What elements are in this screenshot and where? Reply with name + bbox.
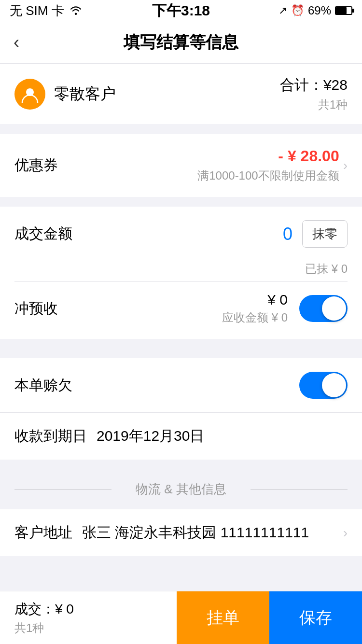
nav-bar: ‹ 填写结算等信息 — [0, 21, 362, 64]
bottom-summary: 成交：¥ 0 共1种 — [0, 600, 177, 636]
bottom-transaction: 成交：¥ 0 — [14, 600, 162, 618]
transaction-row: 成交金额 0 抹零 — [14, 207, 348, 261]
due-date-label: 收款到期日 — [14, 426, 87, 446]
coupon-label: 优惠券 — [14, 155, 58, 175]
customer-name: 零散客户 — [54, 84, 116, 105]
hold-button[interactable]: 挂单 — [177, 591, 269, 644]
transaction-label: 成交金额 — [14, 224, 72, 244]
transaction-section: 成交金额 0 抹零 已抹 ¥ 0 冲预收 ¥ 0 应收金额 ¥ 0 — [0, 207, 362, 339]
address-chevron-icon: › — [343, 525, 348, 541]
customer-right: 合计：¥28 共1种 — [280, 75, 348, 112]
coupon-desc: 满1000-100不限制使用金额 — [197, 168, 339, 183]
due-date-section: 收款到期日 2019年12月30日 — [0, 412, 362, 460]
customer-avatar — [14, 79, 45, 110]
due-date-row: 收款到期日 2019年12月30日 — [14, 426, 348, 446]
customer-total: 合计：¥28 — [280, 75, 348, 95]
debt-toggle[interactable] — [299, 372, 348, 399]
prepayment-value: ¥ 0 — [222, 292, 288, 308]
due-date-value: 2019年12月30日 — [97, 426, 204, 446]
section-divider-2 — [0, 197, 362, 207]
prepayment-row: 冲预收 ¥ 0 应收金额 ¥ 0 — [14, 282, 348, 339]
alarm-icon: ⏰ — [291, 4, 304, 17]
coupon-detail: - ¥ 28.00 满1000-100不限制使用金额 — [197, 147, 339, 183]
prepayment-right: ¥ 0 应收金额 ¥ 0 — [222, 292, 348, 325]
save-button-label: 保存 — [299, 607, 332, 629]
save-button[interactable]: 保存 — [269, 591, 362, 644]
carrier-label: 无 SIM 卡 — [10, 2, 64, 19]
section-divider-3 — [0, 339, 362, 349]
coupon-section[interactable]: 优惠券 - ¥ 28.00 满1000-100不限制使用金额 › — [0, 134, 362, 197]
round-off-button[interactable]: 抹零 — [302, 220, 348, 248]
prepayment-toggle[interactable] — [299, 295, 348, 322]
section-divider-1 — [0, 124, 362, 134]
prepayment-sub: 应收金额 ¥ 0 — [222, 310, 288, 325]
bottom-bar: 成交：¥ 0 共1种 挂单 保存 — [0, 591, 362, 644]
chevron-right-icon: › — [343, 158, 348, 173]
logistics-line-right — [251, 489, 348, 490]
transaction-value: 0 — [283, 224, 292, 244]
transaction-sub: 已抹 ¥ 0 — [14, 261, 348, 281]
battery-icon — [335, 6, 352, 15]
coupon-value: - ¥ 28.00 — [197, 147, 339, 165]
content-spacer — [0, 556, 362, 566]
transaction-right: 0 抹零 — [283, 220, 348, 248]
debt-label: 本单赊欠 — [14, 376, 72, 395]
battery-percent: 69% — [308, 4, 331, 17]
wifi-icon — [69, 3, 83, 18]
status-time: 下午3:18 — [152, 1, 210, 21]
coupon-right: - ¥ 28.00 满1000-100不限制使用金额 › — [197, 147, 348, 183]
back-button[interactable]: ‹ — [14, 32, 19, 53]
address-label: 客户地址 — [14, 523, 72, 543]
status-bar: 无 SIM 卡 下午3:18 ↗ ⏰ 69% — [0, 0, 362, 21]
logistics-divider: 物流 & 其他信息 — [0, 469, 362, 509]
logistics-label: 物流 & 其他信息 — [136, 481, 226, 498]
location-icon: ↗ — [278, 4, 287, 17]
status-left: 无 SIM 卡 — [10, 2, 83, 19]
logistics-line-left — [14, 489, 111, 490]
customer-count: 共1种 — [280, 97, 348, 112]
content: 零散客户 合计：¥28 共1种 优惠券 - ¥ 28.00 满1000-100不… — [0, 64, 362, 624]
bottom-count: 共1种 — [14, 620, 162, 636]
coupon-row: 优惠券 - ¥ 28.00 满1000-100不限制使用金额 › — [14, 147, 348, 183]
address-section[interactable]: 客户地址 张三 海淀永丰科技园 11111111111 › — [0, 509, 362, 556]
bottom-transaction-value: ¥ 0 — [55, 602, 74, 616]
customer-section: 零散客户 合计：¥28 共1种 — [0, 64, 362, 124]
page-title: 填写结算等信息 — [124, 31, 238, 54]
debt-toggle-knob — [322, 373, 346, 397]
status-right: ↗ ⏰ 69% — [278, 4, 352, 17]
debt-section: 本单赊欠 — [0, 358, 362, 412]
customer-left: 零散客户 — [14, 79, 116, 110]
address-value: 张三 海淀永丰科技园 11111111111 — [82, 523, 338, 543]
toggle-knob — [322, 296, 346, 321]
prepayment-value-block: ¥ 0 应收金额 ¥ 0 — [222, 292, 288, 325]
prepayment-label: 冲预收 — [14, 299, 58, 319]
bottom-transaction-label: 成交： — [14, 602, 55, 616]
hold-button-label: 挂单 — [207, 607, 239, 629]
